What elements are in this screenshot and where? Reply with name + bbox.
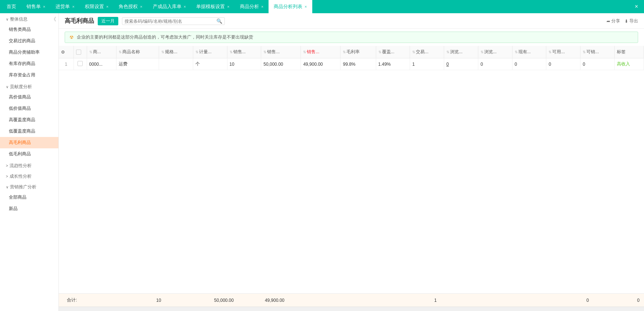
table-row: 1 0000... 运费: [59, 58, 644, 70]
sidebar-item-stock-capital[interactable]: 库存资金占用: [0, 69, 58, 81]
sidebar-item-category-rate[interactable]: 商品分类辅助率: [0, 47, 58, 58]
sidebar-item-stocked-goods[interactable]: 有库存的商品: [0, 58, 58, 69]
sidebar-group-overall[interactable]: ∨ 整体信息: [0, 13, 58, 24]
time-filter-button[interactable]: 近一月: [98, 17, 118, 25]
cell-sales-amount: 50,000.00: [261, 58, 301, 70]
col-header-spec[interactable]: ⇅ 规格...: [159, 46, 193, 58]
arrow-right-icon: >: [6, 164, 8, 168]
col-header-code[interactable]: ⇅ 商...: [87, 46, 116, 58]
col-header-saleable-stock[interactable]: ⇅ 可销...: [580, 46, 615, 58]
col-header-coverage[interactable]: ⇅ 覆盖...: [376, 46, 410, 58]
sidebar-item-low-coverage[interactable]: 低覆盖度商品: [0, 126, 58, 137]
footer-current-stock: 0: [540, 298, 591, 303]
sidebar-item-high-value[interactable]: 高价值商品: [0, 91, 58, 103]
sidebar-item-high-margin[interactable]: 高毛利商品: [0, 137, 58, 148]
col-header-sales-amount[interactable]: ⇅ 销售...: [261, 46, 301, 58]
content-area: 高毛利商品 近一月 🔍 ➦ 分享 ⬇ 导出 ☢ 企业的主要的利润都是这部分商品创…: [59, 13, 644, 311]
col-header-index: ⚙: [59, 46, 73, 58]
info-icon: ☢: [69, 35, 74, 40]
nav-template-settings[interactable]: 单据模板设置 ×: [191, 0, 234, 13]
cell-saleable-stock: 0: [580, 58, 615, 70]
col-header-available-stock[interactable]: ⇅ 可用...: [546, 46, 580, 58]
nav-product-inbound[interactable]: 产成品入库单 ×: [148, 0, 191, 13]
sidebar-item-high-coverage[interactable]: 高覆盖度商品: [0, 114, 58, 126]
sidebar-item-all-goods[interactable]: 全部商品: [0, 192, 58, 203]
sort-icon-name: ⇅: [119, 50, 122, 54]
close-product-analysis[interactable]: ×: [261, 4, 263, 9]
sidebar-group-growth[interactable]: > 成长性分析: [0, 170, 58, 181]
col-header-name[interactable]: ⇅ 商品名称: [116, 46, 159, 58]
cell-checkbox[interactable]: [73, 58, 87, 70]
col-header-sales-qty[interactable]: ⇅ 销售...: [227, 46, 261, 58]
row-checkbox[interactable]: [78, 61, 83, 66]
nav-role-auth[interactable]: 角色授权 ×: [114, 0, 147, 13]
arrow-down-icon: ∨: [6, 17, 8, 21]
search-input[interactable]: [125, 19, 215, 24]
sort-icon-ss: ⇅: [583, 50, 586, 54]
footer-sales-qty: 10: [134, 298, 185, 303]
sort-icon: ⇅: [89, 50, 92, 54]
sort-icon-sa: ⇅: [263, 50, 266, 54]
col-header-views1[interactable]: ⇅ 浏览...: [444, 46, 478, 58]
table-container[interactable]: ⚙ ⇅ 商...: [59, 46, 644, 293]
cell-views2: 0: [478, 58, 512, 70]
footer-views1-empty: [439, 298, 490, 303]
sidebar-item-sales-goods[interactable]: 销售类商品: [0, 24, 58, 35]
col-header-current-stock[interactable]: ⇅ 现有...: [512, 46, 546, 58]
settings-icon[interactable]: ⚙: [61, 50, 65, 55]
nav-product-analysis[interactable]: 商品分析 ×: [235, 0, 269, 13]
col-header-unit[interactable]: ⇅ 计量...: [193, 46, 227, 58]
col-header-gross-rate[interactable]: ⇅ 毛利率: [341, 46, 376, 58]
close-role-auth[interactable]: ×: [140, 4, 142, 9]
cell-views1[interactable]: 0: [444, 58, 478, 70]
close-template-settings[interactable]: ×: [227, 4, 229, 9]
sort-icon-gr: ⇅: [343, 50, 346, 54]
sort-icon-tr: ⇅: [412, 50, 415, 54]
sidebar-group-trend[interactable]: > 流趋性分析: [0, 160, 58, 170]
close-product-analysis-list[interactable]: ×: [305, 4, 307, 9]
content-header: 高毛利商品 近一月 🔍 ➦ 分享 ⬇ 导出: [59, 13, 644, 29]
sidebar-item-traded-goods[interactable]: 交易过的商品: [0, 35, 58, 47]
search-icon[interactable]: 🔍: [216, 18, 222, 24]
sidebar-collapse-button[interactable]: 《: [51, 16, 56, 23]
nav-home[interactable]: 首页: [1, 0, 21, 13]
select-all-checkbox[interactable]: [76, 50, 81, 55]
footer-available-stock: 0: [591, 298, 642, 303]
cell-name: 运费: [116, 58, 159, 70]
nav-purchase-order[interactable]: 进货单 ×: [50, 0, 79, 13]
sort-icon-v1: ⇅: [446, 50, 449, 54]
col-header-views2[interactable]: ⇅ 浏览...: [478, 46, 512, 58]
sidebar-group-contribution[interactable]: ∨ 贡献度分析: [0, 81, 58, 91]
footer-views2-empty: [490, 298, 540, 303]
nav-sales-order[interactable]: 销售单 ×: [21, 0, 50, 13]
share-button[interactable]: ➦ 分享: [607, 18, 620, 24]
sort-icon-sq: ⇅: [230, 50, 233, 54]
main-layout: 《 ∨ 整体信息 销售类商品 交易过的商品 商品分类辅助率 有库存的商品 库存资…: [0, 13, 644, 311]
close-sales-order[interactable]: ×: [43, 4, 45, 9]
col-header-transactions[interactable]: ⇅ 交易...: [410, 46, 444, 58]
header-actions: ➦ 分享 ⬇ 导出: [607, 18, 638, 24]
close-window-button[interactable]: ×: [630, 3, 643, 10]
sort-icon-v2: ⇅: [481, 50, 483, 54]
cell-code: 0000...: [87, 58, 116, 70]
sidebar-group-marketing[interactable]: ∨ 营销推广分析: [0, 181, 58, 192]
export-button[interactable]: ⬇ 导出: [625, 18, 638, 24]
cell-coverage: 1.49%: [376, 58, 410, 70]
sidebar-item-low-value[interactable]: 低价值商品: [0, 103, 58, 114]
footer-coverage-empty: [337, 298, 388, 303]
arrow-down-icon-2: ∨: [6, 85, 8, 89]
col-header-tag[interactable]: 标签: [615, 46, 644, 58]
arrow-down-icon-3: ∨: [6, 185, 8, 189]
sidebar-item-new-goods[interactable]: 新品: [0, 203, 58, 214]
close-permission-settings[interactable]: ×: [106, 4, 108, 9]
close-purchase-order[interactable]: ×: [72, 4, 74, 9]
nav-product-analysis-list[interactable]: 商品分析列表 ×: [269, 0, 312, 13]
col-header-sales-net[interactable]: ⇅ 销售...: [301, 46, 341, 58]
bottom-scrollbar[interactable]: [59, 307, 644, 311]
cell-spec: [159, 58, 193, 70]
page-title: 高毛利商品: [65, 17, 94, 25]
sidebar-item-low-margin[interactable]: 低毛利商品: [0, 148, 58, 160]
close-product-inbound[interactable]: ×: [184, 4, 186, 9]
sort-icon-as: ⇅: [548, 50, 551, 54]
nav-permission-settings[interactable]: 权限设置 ×: [80, 0, 114, 13]
